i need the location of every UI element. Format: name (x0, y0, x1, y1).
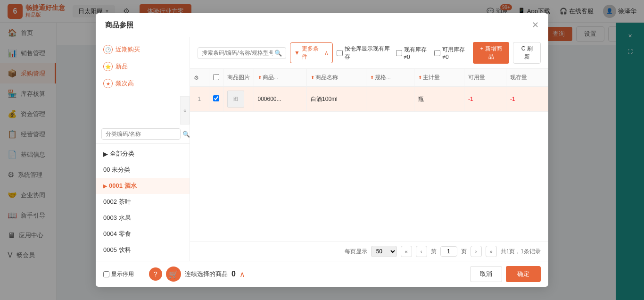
cell-name: 白酒100ml (307, 87, 366, 112)
product-search-icon[interactable]: 🔍 (274, 50, 282, 57)
close-icon[interactable]: ✕ (532, 20, 539, 30)
page-label: 第 (431, 248, 437, 256)
next-page-btn[interactable]: › (471, 246, 482, 257)
total-info: 共1页，1条记录 (501, 248, 541, 256)
page-size-label: 每页显示 (345, 248, 367, 256)
th-name: ⬆ 商品名称 (307, 69, 366, 87)
product-search-input[interactable] (202, 50, 272, 56)
warehouse-checkbox-label[interactable]: 按仓库显示现有库存 (337, 45, 392, 61)
th-settings[interactable]: ⚙ (190, 69, 209, 87)
row-checkbox[interactable] (213, 95, 219, 101)
cart-text: 连续选择的商品 (185, 270, 228, 278)
th-code: ⬆ 商品... (254, 69, 307, 87)
page-size-select[interactable]: 20 50 100 (371, 246, 397, 257)
modal-overlay: 商品参照 ✕ 🕐 近期购买 ⭐ 新品 ★ 频次高 (0, 0, 644, 300)
confirm-button[interactable]: 确定 (506, 266, 541, 282)
cell-code: 000600... (254, 87, 307, 112)
th-name-sort[interactable]: ⬆ 商品名称 (311, 74, 362, 82)
collapse-panel-btn[interactable]: « (180, 96, 190, 125)
product-toolbar: 🔍 ▼ 更多条件 ∧ 按仓库显示现有库存 现有库存≠0 (190, 37, 548, 69)
product-image: 图 (227, 91, 244, 108)
category-0002[interactable]: 0002 茶叶 (96, 194, 190, 210)
collapse-cart-icon[interactable]: ∧ (239, 270, 245, 279)
category-0003[interactable]: 0003 水果 (96, 210, 190, 226)
frequent-icon: ★ (103, 79, 113, 88)
table-row[interactable]: 1 图 000600... 白酒100ml 瓶 (190, 87, 548, 112)
show-disabled-label[interactable]: 显示停用 (103, 270, 134, 278)
cancel-button[interactable]: 取消 (470, 266, 502, 282)
shortcut-frequent[interactable]: ★ 频次高 (96, 75, 190, 92)
select-all-checkbox[interactable] (213, 74, 219, 80)
th-usable: 可用量 (464, 69, 506, 87)
add-product-btn[interactable]: + 新增商品 (473, 42, 509, 64)
th-stock: 现存量 (506, 69, 548, 87)
page-input[interactable] (440, 246, 457, 257)
th-img-sort[interactable]: 商品图片 (227, 74, 250, 82)
filter-icon: ▼ (294, 50, 300, 56)
th-spec: ⬆ 规格... (366, 69, 414, 87)
category-search-area: 🔍 (96, 125, 190, 144)
usable-checkbox[interactable] (434, 50, 440, 56)
cart-count: 0 (231, 270, 236, 278)
shortcut-new[interactable]: ⭐ 新品 (96, 58, 190, 75)
first-page-btn[interactable]: « (401, 246, 412, 257)
th-checkbox (209, 69, 223, 87)
product-search-bar: 🔍 (198, 47, 286, 59)
help-icon[interactable]: ? (149, 267, 162, 281)
cell-img: 图 (223, 87, 254, 112)
cart-icon[interactable]: 🛒 (166, 267, 181, 282)
modal-refresh-btn[interactable]: C 刷新 (513, 42, 541, 64)
cell-check[interactable] (209, 87, 223, 112)
th-spec-sort[interactable]: ⬆ 规格... (370, 74, 410, 82)
category-list: ▶ 全部分类 00 未分类 ▶ 0001 酒水 0002 茶叶 0003 水果 (96, 144, 190, 261)
recent-icon: 🕐 (103, 45, 113, 54)
category-0001[interactable]: ▶ 0001 酒水 (96, 178, 190, 194)
modal-left-panel: 🕐 近期购买 ⭐ 新品 ★ 频次高 « (96, 37, 190, 261)
last-page-btn[interactable]: » (486, 246, 497, 257)
modal-body: 🕐 近期购买 ⭐ 新品 ★ 频次高 « (96, 37, 548, 261)
usable-checkbox-label[interactable]: 可用库存≠0 (434, 46, 469, 60)
product-table: ⚙ 商品图片 ⬆ 商品... (190, 69, 548, 112)
shortcuts-section: 🕐 近期购买 ⭐ 新品 ★ 频次高 (96, 37, 190, 96)
modal-bottom-bar: 显示停用 ? 🛒 连续选择的商品 0 ∧ 取消 确定 (96, 261, 548, 287)
th-img: 商品图片 (223, 69, 254, 87)
category-search-input[interactable] (101, 128, 181, 140)
collapse-area: « (96, 96, 190, 125)
category-arrow-all: ▶ (103, 150, 108, 158)
toolbar-actions: + 新增商品 C 刷新 (473, 42, 541, 64)
category-all[interactable]: ▶ 全部分类 (96, 146, 190, 162)
show-disabled-checkbox[interactable] (103, 271, 109, 277)
th-unit: ⬆ 主计量 (414, 69, 464, 87)
modal-header: 商品参照 ✕ (96, 13, 548, 37)
cell-unit: 瓶 (414, 87, 464, 112)
cell-num: 1 (190, 87, 209, 112)
page-unit: 页 (461, 248, 467, 256)
prev-page-btn[interactable]: ‹ (416, 246, 427, 257)
sort-icon-spec: ⬆ (370, 75, 374, 80)
modal-title: 商品参照 (105, 21, 133, 30)
sort-icon: ⬆ (258, 75, 262, 80)
category-arrow-0001: ▶ (103, 183, 107, 189)
more-filter-btn[interactable]: ▼ 更多条件 ∧ (290, 42, 333, 63)
cell-usable: -1 (464, 87, 506, 112)
category-0005[interactable]: 0005 饮料 (96, 242, 190, 258)
stock-checkbox[interactable] (396, 50, 402, 56)
category-00[interactable]: 00 未分类 (96, 162, 190, 178)
stock-checkbox-label[interactable]: 现有库存≠0 (396, 46, 431, 60)
th-usable-sort[interactable]: 可用量 (468, 74, 502, 82)
table-header-row: ⚙ 商品图片 ⬆ 商品... (190, 69, 548, 87)
modal-bottom-actions: 取消 确定 (470, 266, 541, 282)
pagination-footer: 每页显示 20 50 100 « ‹ 第 页 › » 共1页，1条记录 (190, 242, 548, 261)
product-table-container: ⚙ 商品图片 ⬆ 商品... (190, 69, 548, 242)
modal-product-reference: 商品参照 ✕ 🕐 近期购买 ⭐ 新品 ★ 频次高 (96, 13, 548, 287)
th-unit-sort[interactable]: ⬆ 主计量 (418, 74, 460, 82)
sort-icon-unit: ⬆ (418, 75, 422, 80)
warehouse-checkbox[interactable] (337, 50, 343, 56)
modal-right-panel: 🔍 ▼ 更多条件 ∧ 按仓库显示现有库存 现有库存≠0 (190, 37, 548, 261)
filter-arrow-icon: ∧ (324, 50, 329, 56)
shortcut-recent[interactable]: 🕐 近期购买 (96, 41, 190, 58)
th-code-sort[interactable]: ⬆ 商品... (258, 74, 303, 82)
category-search-icon[interactable]: 🔍 (182, 131, 190, 138)
category-0004[interactable]: 0004 零食 (96, 226, 190, 242)
cell-stock: -1 (506, 87, 548, 112)
